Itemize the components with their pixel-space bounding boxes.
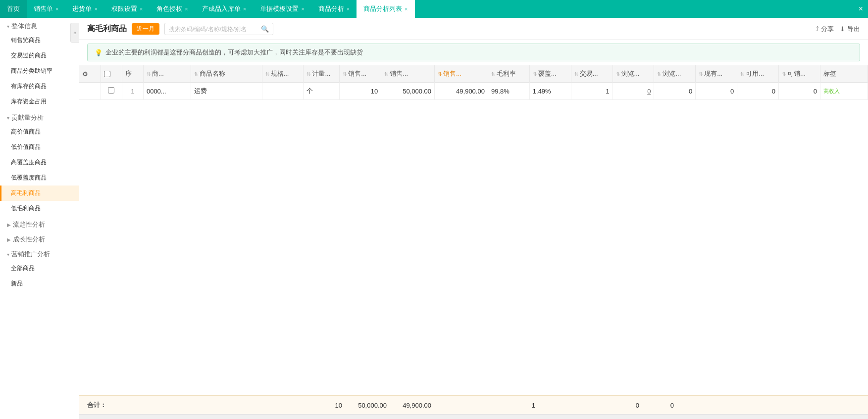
col-checkbox-header[interactable]	[101, 65, 122, 83]
arrow-right-icon-2: ▶	[7, 237, 11, 242]
nav-role-auth[interactable]: 角色授权 ×	[150, 0, 195, 18]
header-actions: ⤴ 分享 ⬇ 导出	[816, 25, 860, 34]
col-available-header[interactable]: ⇅可用...	[737, 65, 779, 83]
top-navigation: 首页 销售单 × 进货单 × 权限设置 × 角色授权 × 产成品入库单 × 单据…	[0, 0, 868, 18]
cell-browse1[interactable]: 0	[613, 83, 654, 100]
export-icon: ⬇	[840, 25, 845, 33]
cell-name: 运费	[191, 83, 262, 100]
cell-tag: 高收入	[820, 83, 868, 100]
cell-coverage: 1.49%	[529, 83, 571, 100]
footer-sales-qty: 10	[310, 402, 345, 409]
cell-saleable: 0	[779, 83, 820, 100]
sidebar-item-low-value[interactable]: 低价值商品	[0, 140, 79, 155]
filter-period-button[interactable]: 近一月	[132, 23, 159, 35]
share-button[interactable]: ⤴ 分享	[816, 25, 834, 34]
footer-available: 0	[642, 402, 677, 409]
col-sales-amt-header[interactable]: ⇅销售...	[381, 65, 435, 83]
arrow-down-icon: ▾	[7, 24, 9, 29]
content-area: 高毛利商品 近一月 🔍 ⤴ 分享 ⬇ 导出 💡 企业的主要的利润都是这部分商品创…	[79, 18, 868, 419]
search-input[interactable]	[169, 26, 259, 33]
cell-sales-amt: 50,000.00	[381, 83, 435, 100]
row-checkbox[interactable]	[108, 87, 114, 93]
sidebar-group-contribution[interactable]: ▾ 贡献量分析	[0, 109, 79, 124]
sidebar-item-category-rate[interactable]: 商品分类助销率	[0, 63, 79, 79]
col-name-header[interactable]: ⇅商品名称	[191, 65, 262, 83]
col-unit-header[interactable]: ⇅计量...	[304, 65, 340, 83]
sidebar-item-high-margin[interactable]: 高毛利商品	[0, 186, 79, 201]
cell-index: 1	[122, 83, 143, 100]
sidebar-item-sales-goods[interactable]: 销售览商品	[0, 33, 79, 48]
nav-close-all-button[interactable]: ×	[859, 4, 863, 13]
cell-transaction: 1	[571, 83, 613, 100]
sidebar-item-low-margin[interactable]: 低毛利商品	[0, 201, 79, 216]
table-header-row: ⚙ 序 ⇅商... ⇅商品名称	[79, 65, 868, 83]
nav-product-analysis-list[interactable]: 商品分析列表 ×	[357, 0, 414, 18]
search-icon[interactable]: 🔍	[261, 25, 269, 33]
nav-close-role-auth[interactable]: ×	[185, 6, 188, 12]
footer-current-stock: 0	[608, 402, 642, 409]
sidebar-collapse-button[interactable]: «	[70, 23, 79, 43]
nav-product-warehouse[interactable]: 产成品入库单 ×	[195, 0, 253, 18]
cell-sales-qty: 10	[340, 83, 381, 100]
col-sales-profit-header[interactable]: ⇅销售...	[435, 65, 488, 83]
nav-sales-order[interactable]: 销售单 ×	[27, 0, 65, 18]
nav-close-product-warehouse[interactable]: ×	[243, 6, 246, 12]
sidebar-group-marketing[interactable]: ▾ 营销推广分析	[0, 246, 79, 261]
nav-close-template[interactable]: ×	[301, 6, 304, 12]
horizontal-scrollbar[interactable]	[79, 414, 868, 419]
arrow-right-icon: ▶	[7, 222, 11, 228]
cell-margin-rate: 99.8%	[488, 83, 529, 100]
sidebar-item-high-coverage[interactable]: 高覆盖度商品	[0, 155, 79, 170]
col-browse2-header[interactable]: ⇅浏览...	[654, 65, 696, 83]
sidebar-group-trend[interactable]: ▶ 流趋性分析	[0, 216, 79, 231]
footer-transaction: 1	[504, 402, 538, 409]
info-icon: 💡	[95, 49, 102, 56]
cell-browse2: 0	[654, 83, 696, 100]
col-coverage-header[interactable]: ⇅覆盖...	[529, 65, 571, 83]
main-layout: « ▾ 整体信息 销售览商品 交易过的商品 商品分类助销率 有库存的商品 库存资…	[0, 18, 868, 419]
col-sales-qty-header[interactable]: ⇅销售...	[340, 65, 381, 83]
nav-purchase-order[interactable]: 进货单 ×	[65, 0, 104, 18]
sidebar-item-in-stock-goods[interactable]: 有库存的商品	[0, 79, 79, 94]
sidebar-group-growth[interactable]: ▶ 成长性分析	[0, 231, 79, 246]
nav-permissions[interactable]: 权限设置 ×	[104, 0, 150, 18]
footer-label: 合计：	[87, 401, 106, 410]
cell-sales-profit: 49,900.00	[435, 83, 488, 100]
col-code-header[interactable]: ⇅商...	[143, 65, 191, 83]
page-title: 高毛利商品	[87, 24, 127, 34]
export-button[interactable]: ⬇ 导出	[840, 25, 860, 34]
col-spec-header[interactable]: ⇅规格...	[262, 65, 304, 83]
nav-product-analysis[interactable]: 商品分析 ×	[311, 0, 357, 18]
nav-close-permissions[interactable]: ×	[140, 6, 143, 12]
col-transaction-header[interactable]: ⇅交易...	[571, 65, 613, 83]
sidebar-item-low-coverage[interactable]: 低覆盖度商品	[0, 170, 79, 186]
sidebar: « ▾ 整体信息 销售览商品 交易过的商品 商品分类助销率 有库存的商品 库存资…	[0, 18, 79, 419]
col-browse1-header[interactable]: ⇅浏览...	[613, 65, 654, 83]
col-margin-rate-header[interactable]: ⇅毛利率	[488, 65, 529, 83]
footer-sales-amt: 50,000.00	[345, 402, 390, 409]
table-row: 1 0000... 运费 个 10 50,000.00 49,900.00 99…	[79, 83, 868, 100]
arrow-down-icon-2: ▾	[7, 115, 9, 121]
sidebar-item-new-goods[interactable]: 新品	[0, 276, 79, 291]
col-current-stock-header[interactable]: ⇅现有...	[696, 65, 737, 83]
col-saleable-header[interactable]: ⇅可销...	[779, 65, 820, 83]
nav-close-purchase[interactable]: ×	[94, 6, 97, 12]
nav-close-product-analysis-list[interactable]: ×	[405, 6, 408, 12]
select-all-checkbox[interactable]	[104, 71, 110, 77]
sidebar-item-high-value[interactable]: 高价值商品	[0, 124, 79, 140]
nav-close-product-analysis[interactable]: ×	[347, 6, 350, 12]
nav-close-sales[interactable]: ×	[55, 6, 58, 12]
nav-template-settings[interactable]: 单据模板设置 ×	[253, 0, 311, 18]
nav-home[interactable]: 首页	[0, 0, 27, 18]
cell-current-stock: 0	[696, 83, 737, 100]
sidebar-item-traded-goods[interactable]: 交易过的商品	[0, 48, 79, 63]
cell-checkbox[interactable]	[101, 83, 122, 100]
data-table-container: ⚙ 序 ⇅商... ⇅商品名称	[79, 65, 868, 395]
sidebar-item-all-goods[interactable]: 全部商品	[0, 261, 79, 276]
col-settings[interactable]: ⚙	[79, 65, 101, 83]
footer-sales-profit: 49,900.00	[390, 402, 434, 409]
data-table: ⚙ 序 ⇅商... ⇅商品名称	[79, 65, 868, 100]
sidebar-group-overall[interactable]: ▾ 整体信息	[0, 18, 79, 33]
sidebar-item-stock-capital[interactable]: 库存资金占用	[0, 94, 79, 109]
col-tag-header[interactable]: 标签	[820, 65, 868, 83]
